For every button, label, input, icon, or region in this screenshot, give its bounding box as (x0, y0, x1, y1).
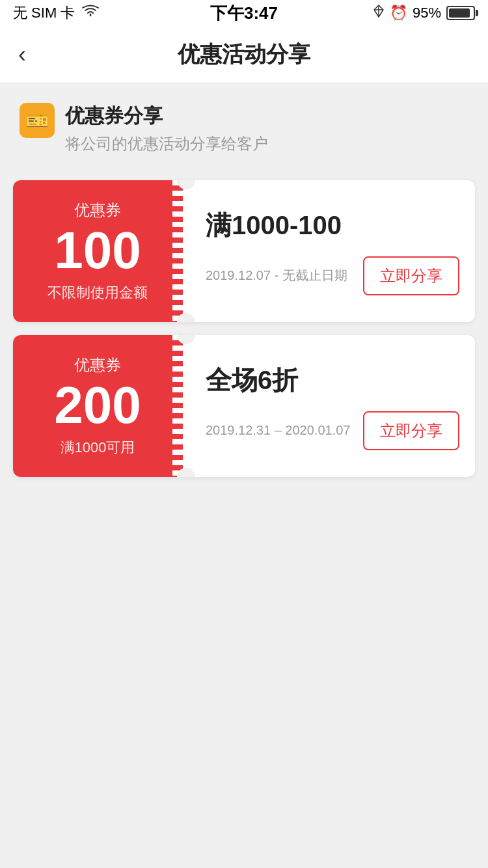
section-header: 🎫 优惠券分享 将公司的优惠活动分享给客户 (0, 83, 488, 167)
coupon-amount-1: 200 (54, 379, 141, 431)
coupon-label-1: 优惠券 (74, 355, 121, 375)
coupon-bottom-1: 2019.12.31 – 2020.01.07 立即分享 (206, 411, 459, 450)
section-desc: 将公司的优惠活动分享给客户 (65, 133, 268, 154)
share-button-1[interactable]: 立即分享 (363, 411, 459, 450)
nav-bar: ‹ 优惠活动分享 (0, 26, 488, 83)
status-right: ⏰ 95% (373, 4, 475, 22)
coupon-label-0: 优惠券 (74, 200, 121, 221)
coupon-condition-0: 不限制使用金额 (47, 283, 148, 303)
coupon-name-0: 满1000-100 (206, 208, 459, 243)
empty-area (0, 490, 488, 815)
section-icon: 🎫 (20, 103, 55, 138)
coupon-right-0: 满1000-100 2019.12.07 - 无截止日期 立即分享 (182, 180, 475, 322)
share-button-0[interactable]: 立即分享 (363, 256, 459, 295)
coupon-date-0: 2019.12.07 - 无截止日期 (206, 267, 363, 284)
status-time: 下午3:47 (210, 2, 278, 25)
coupon-bottom-0: 2019.12.07 - 无截止日期 立即分享 (206, 256, 459, 295)
coupon-condition-1: 满1000可用 (61, 438, 135, 457)
battery-percent: 95% (413, 5, 441, 21)
coupon-date-1: 2019.12.31 – 2020.01.07 (206, 423, 363, 438)
coupon-list: 优惠券 100 不限制使用金额 满1000-100 2019.12.07 - 无… (0, 167, 488, 477)
battery-icon (446, 6, 475, 20)
carrier-text: 无 SIM 卡 (13, 3, 75, 23)
section-title: 优惠券分享 (65, 103, 268, 129)
coupon-name-1: 全场6折 (206, 362, 459, 398)
section-text: 优惠券分享 将公司的优惠活动分享给客户 (65, 103, 268, 154)
coupon-card-0: 优惠券 100 不限制使用金额 满1000-100 2019.12.07 - 无… (13, 180, 475, 322)
coupon-left-0: 优惠券 100 不限制使用金额 (13, 180, 182, 322)
wifi-icon (81, 4, 100, 22)
status-bar: 无 SIM 卡 下午3:47 ⏰ 95% (0, 0, 488, 26)
page-title: 优惠活动分享 (178, 40, 310, 70)
location-icon (373, 4, 385, 22)
coupon-left-1: 优惠券 200 满1000可用 (13, 335, 182, 477)
coupon-amount-0: 100 (54, 224, 141, 277)
coupon-card-1: 优惠券 200 满1000可用 全场6折 2019.12.31 – 2020.0… (13, 335, 475, 477)
status-left: 无 SIM 卡 (13, 3, 100, 23)
coupon-right-1: 全场6折 2019.12.31 – 2020.01.07 立即分享 (182, 335, 475, 477)
alarm-icon: ⏰ (390, 5, 407, 21)
back-button[interactable]: ‹ (18, 43, 26, 66)
